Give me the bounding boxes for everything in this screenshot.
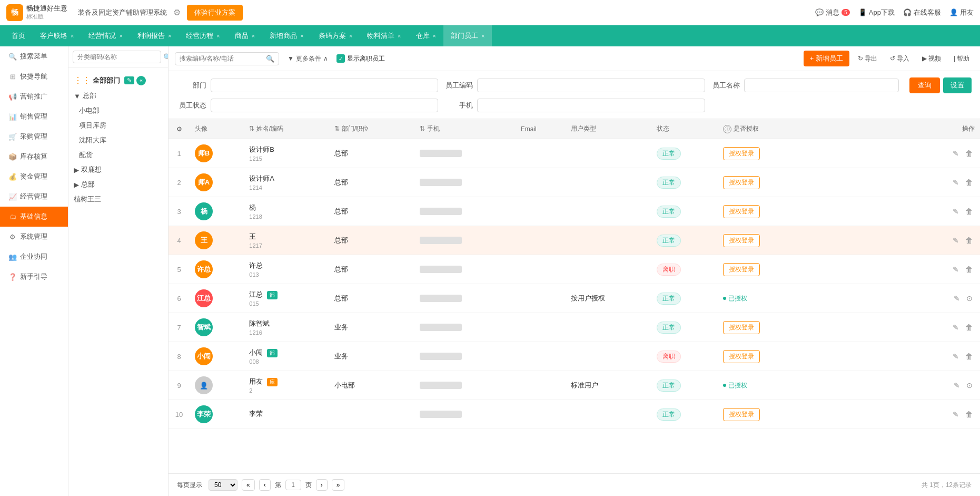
sidebar-item-guide[interactable]: ❓ 新手引导 xyxy=(0,267,68,287)
tab-operation-close[interactable]: × xyxy=(119,33,122,39)
add-employee-button[interactable]: + 新增员工 xyxy=(804,51,849,66)
tab-barcode[interactable]: 条码方案 × xyxy=(311,25,360,46)
auth-button-2[interactable]: 授权登录 xyxy=(723,176,760,189)
tab-newgoods[interactable]: 新增商品 × xyxy=(262,25,311,46)
trial-button[interactable]: 体验行业方案 xyxy=(187,5,243,21)
sidebar-item-purchase[interactable]: 🛒 采购管理 xyxy=(0,127,68,147)
edit-button-6[interactable]: ✎ xyxy=(952,293,962,304)
dept-item-xiangmu[interactable]: 项目库房 xyxy=(68,118,168,133)
sidebar-item-marketing[interactable]: 📢 营销推广 xyxy=(0,86,68,106)
tab-warehouse[interactable]: 仓库 × xyxy=(409,25,443,46)
edit-button-10[interactable]: ✎ xyxy=(951,409,961,420)
auth-info-icon[interactable]: ⓘ xyxy=(723,125,731,133)
edit-button-8[interactable]: ✎ xyxy=(951,351,961,362)
settings-gear-button[interactable]: ⚙ xyxy=(171,5,183,20)
edit-button-3[interactable]: ✎ xyxy=(951,206,961,217)
show-resign-checkbox[interactable]: ✓ 显示离职员工 xyxy=(336,54,385,63)
dept-item-shenyang[interactable]: 沈阳大库 xyxy=(68,133,168,148)
last-page-button[interactable]: » xyxy=(332,479,345,491)
tab-department[interactable]: 部门员工 × xyxy=(443,25,492,46)
emp-code-input[interactable] xyxy=(477,79,705,92)
delete-button-5[interactable]: 🗑 xyxy=(963,264,975,275)
edit-button-9[interactable]: ✎ xyxy=(952,380,962,391)
delete-button-9[interactable]: ⊙ xyxy=(964,380,975,391)
col-dept[interactable]: ⇅ 部门/职位 xyxy=(329,119,414,139)
sidebar-item-sales[interactable]: 📊 销售管理 xyxy=(0,106,68,127)
edit-button-5[interactable]: ✎ xyxy=(951,264,961,275)
sidebar-item-system[interactable]: ⚙ 系统管理 xyxy=(0,227,68,247)
phone-input[interactable] xyxy=(477,99,705,112)
tab-material-close[interactable]: × xyxy=(398,33,401,39)
delete-button-6[interactable]: ⊙ xyxy=(964,293,975,304)
search-query-button[interactable]: 查询 xyxy=(909,77,940,93)
view-button[interactable]: ▶ 视频 xyxy=(918,52,945,65)
more-filter-button[interactable]: ▼ 更多条件 ∧ xyxy=(283,52,332,65)
edit-button-1[interactable]: ✎ xyxy=(951,148,961,159)
sidebar-item-corp[interactable]: 👥 企业协同 xyxy=(0,247,68,267)
auth-button-8[interactable]: 授权登录 xyxy=(723,350,760,363)
search-input[interactable] xyxy=(180,55,264,62)
dept-group-zhishu-title[interactable]: 植树王三 xyxy=(68,192,168,207)
tab-profit[interactable]: 利润报告 × xyxy=(130,25,179,46)
tab-history[interactable]: 经营历程 × xyxy=(179,25,227,46)
prev-page-button[interactable]: ‹ xyxy=(259,479,271,491)
page-size-select[interactable]: 50 100 200 xyxy=(209,479,237,491)
message-button[interactable]: 💬 消息 5 xyxy=(815,8,850,17)
tab-customer-close[interactable]: × xyxy=(71,33,74,39)
tab-material[interactable]: 物料清单 × xyxy=(360,25,408,46)
edit-button-2[interactable]: ✎ xyxy=(951,177,961,188)
delete-button-7[interactable]: 🗑 xyxy=(963,322,975,333)
tab-warehouse-close[interactable]: × xyxy=(433,33,436,39)
sidebar-item-quick[interactable]: ⊞ 快捷导航 xyxy=(0,66,68,86)
delete-button-4[interactable]: 🗑 xyxy=(963,235,975,246)
col-name-code[interactable]: ⇅ 姓名/编码 xyxy=(244,119,329,139)
first-page-button[interactable]: « xyxy=(242,479,255,491)
sidebar-item-search[interactable]: 🔍 搜索菜单 xyxy=(0,46,68,66)
dept-collapse-button[interactable]: « xyxy=(136,76,146,85)
dept-select[interactable] xyxy=(211,79,438,92)
tab-department-close[interactable]: × xyxy=(481,33,484,39)
dept-group-shuanglu-title[interactable]: ▶ 双鹿想 xyxy=(68,162,168,177)
export-button[interactable]: ↻ 导出 xyxy=(854,52,882,65)
auth-button-1[interactable]: 授权登录 xyxy=(723,147,760,160)
dept-all-item[interactable]: ⋮⋮ 全部部门 ✎ « xyxy=(68,72,168,89)
emp-name-input[interactable] xyxy=(744,79,899,92)
online-support-button[interactable]: 🎧 在线客服 xyxy=(903,8,941,17)
auth-button-3[interactable]: 授权登录 xyxy=(723,205,760,218)
tab-goods[interactable]: 商品 × xyxy=(227,25,262,46)
tab-goods-close[interactable]: × xyxy=(252,33,255,39)
tab-history-close[interactable]: × xyxy=(216,33,220,39)
auth-button-5[interactable]: 授权登录 xyxy=(723,263,760,276)
auth-button-7[interactable]: 授权登录 xyxy=(723,321,760,334)
tab-barcode-close[interactable]: × xyxy=(349,33,352,39)
auth-button-10[interactable]: 授权登录 xyxy=(723,408,760,421)
import-button[interactable]: ↺ 导入 xyxy=(886,52,914,65)
next-page-button[interactable]: › xyxy=(316,479,328,491)
delete-button-8[interactable]: 🗑 xyxy=(963,351,975,362)
dept-group-zongbu-title[interactable]: ▼ 总部 xyxy=(68,89,168,103)
dept-search-input[interactable] xyxy=(73,51,161,63)
user-button[interactable]: 👤 用友 xyxy=(949,8,974,17)
emp-status-select[interactable] xyxy=(211,99,438,112)
dept-group-zongbu2-title[interactable]: ▶ 总部 xyxy=(68,177,168,192)
app-download-button[interactable]: 📱 App下载 xyxy=(858,8,895,17)
tab-newgoods-close[interactable]: × xyxy=(300,33,303,39)
help-button[interactable]: | 帮助 xyxy=(949,52,974,65)
dept-item-xiaodibu[interactable]: 小电部 xyxy=(68,103,168,118)
dept-edit-icon[interactable]: ✎ xyxy=(124,76,134,84)
delete-button-2[interactable]: 🗑 xyxy=(963,177,975,188)
sidebar-item-basic[interactable]: 🗂 基础信息 xyxy=(0,207,68,227)
tab-operation[interactable]: 经营情况 × xyxy=(81,25,130,46)
sidebar-item-inventory[interactable]: 📦 库存核算 xyxy=(0,147,68,167)
search-submit-icon[interactable]: 🔍 xyxy=(266,55,274,63)
auth-button-4[interactable]: 授权登录 xyxy=(723,234,760,247)
sidebar-item-finance[interactable]: 💰 资金管理 xyxy=(0,167,68,187)
tab-customer[interactable]: 客户联络 × xyxy=(33,25,81,46)
delete-button-1[interactable]: 🗑 xyxy=(963,148,975,159)
delete-button-10[interactable]: 🗑 xyxy=(963,409,975,420)
edit-button-4[interactable]: ✎ xyxy=(951,235,961,246)
search-settings-button[interactable]: 设置 xyxy=(943,77,972,93)
tab-home[interactable]: 首页 xyxy=(4,25,33,46)
col-phone[interactable]: ⇅ 手机 xyxy=(414,119,515,139)
edit-button-7[interactable]: ✎ xyxy=(951,322,961,333)
